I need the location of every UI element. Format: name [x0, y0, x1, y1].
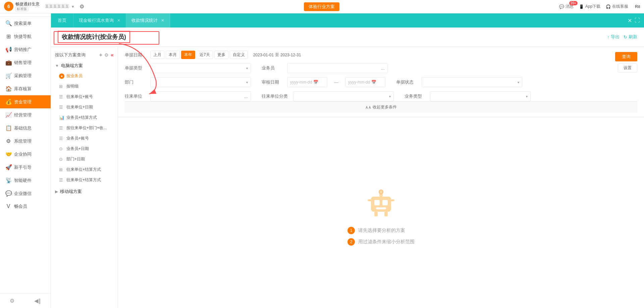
scheme-partner-dept-recv[interactable]: ☰ 按往来单位+部门+收... [51, 123, 118, 133]
salesperson-select[interactable]: ... [287, 63, 388, 73]
panel-collapse-icon[interactable]: « [111, 52, 114, 58]
svg-rect-8 [374, 212, 378, 216]
scheme-detail-label: 按明细 [66, 84, 78, 89]
date-btn-more[interactable]: 更多 [214, 51, 228, 59]
mobile-scheme-title[interactable]: ▶ 移动端方案 [51, 187, 118, 197]
date-btn-7days[interactable]: 近7天 [197, 51, 213, 59]
voucher-status-select[interactable]: ▾ [422, 77, 522, 87]
sidebar-item-enterprise[interactable]: 🤝 企业协同 [0, 148, 51, 161]
sidebar-item-base-info[interactable]: 📋 基础信息 [0, 121, 51, 135]
query-button[interactable]: 查询 [615, 52, 637, 61]
sidebar-sales-label: 销售管理 [14, 60, 32, 66]
scheme-partner-date-label: 往来单位+日期 [66, 104, 93, 110]
review-date-from-placeholder: yyyy-mm-dd [290, 80, 312, 85]
date-btn-custom[interactable]: 自定义 [230, 51, 248, 59]
scheme-partner-date[interactable]: ☰ 往来单位+日期 [51, 102, 118, 112]
app-download-area[interactable]: 📱 App下载 [579, 4, 600, 9]
tab-cashflow-label: 现金银行流水查询 [79, 17, 114, 23]
refresh-button[interactable]: ↻ 刷新 [624, 34, 637, 40]
scheme-salesperson-date[interactable]: ⊙ 业务员+日期 [51, 144, 118, 154]
sidebar-item-marketing[interactable]: 📢 营销推广 [0, 43, 51, 56]
partner-select[interactable]: ... [150, 91, 251, 101]
right-content: 单据日期 上月 本月 本年 近7天 更多 自定义 2023-01-01 [118, 47, 644, 308]
dept-arrow: ▾ [246, 81, 248, 84]
filter-area: 单据日期 上月 本月 本年 近7天 更多 自定义 2023-01-01 [118, 47, 644, 117]
sidebar-item-sales[interactable]: 💼 销售管理 [0, 56, 51, 69]
left-panel-icons: + ⚙ « [99, 52, 114, 58]
online-service-area[interactable]: 🎧 在线客服 [606, 4, 628, 9]
header-left: 6 畅捷通好生意 标准版 某某某某某某 ▾ ⚙ [4, 2, 84, 11]
message-area[interactable]: 💬 消息 99+ [559, 4, 574, 9]
sidebar-wechat-label: 企业微信 [14, 191, 32, 197]
tab-receipts[interactable]: 收款情况统计 ✕ [126, 13, 170, 28]
sidebar-business-label: 经营管理 [14, 112, 32, 118]
sidebar-item-quicknav[interactable]: ⊞ 快捷导航 [0, 30, 51, 43]
date-btn-last-month[interactable]: 上月 [150, 51, 164, 59]
logo-area: 6 畅捷通好生意 标准版 [4, 2, 40, 11]
scheme-partner-settle2[interactable]: ☰ 往来单位+结算方式 [51, 175, 118, 185]
collapse-bar[interactable]: ∧∧ 收起更多条件 [125, 101, 637, 113]
sidebar-item-member[interactable]: V 畅会员 [0, 200, 51, 213]
scheme-settings-icon[interactable]: ⚙ [104, 52, 109, 58]
scheme-salesperson-account[interactable]: ☰ 业务员+账号 [51, 133, 118, 144]
review-date-to[interactable]: yyyy-mm-dd 📅 [345, 77, 385, 87]
wechat-icon: 💬 [5, 190, 11, 197]
export-icon: ↑ [607, 35, 610, 40]
desktop-scheme-label: 电脑端方案 [61, 63, 83, 69]
step-1-number: 1 [347, 227, 355, 234]
date-btn-this-year[interactable]: 本年 [181, 51, 195, 59]
scheme-by-detail[interactable]: ⊞ 按明细 [51, 81, 118, 92]
enterprise-icon: 🤝 [5, 151, 11, 157]
partner-category-select[interactable]: ▾ [293, 91, 394, 101]
desktop-scheme-title[interactable]: ▼ 电脑端方案 [51, 61, 118, 71]
tab-receipts-close[interactable]: ✕ [161, 18, 164, 23]
add-scheme-icon[interactable]: + [99, 52, 102, 58]
scheme-dept-date[interactable]: ⊙ 部门+日期 [51, 154, 118, 164]
desktop-scheme-section: ▼ 电脑端方案 ● 按业务员 ⊞ 按明细 ☰ 往来单位+账号 ☰ 往来单位 [51, 61, 118, 185]
calendar-icon-from: 📅 [313, 80, 318, 85]
message-icon: 💬 [559, 4, 564, 9]
date-to: 2023-12-31 [280, 53, 301, 57]
tab-close-btn[interactable]: ✕ [628, 17, 632, 24]
date-btn-this-month[interactable]: 本月 [166, 51, 180, 59]
partner-category-label: 往来单位分类 [262, 93, 288, 99]
partner-more[interactable]: ... [244, 94, 248, 99]
sidebar-item-wechat[interactable]: 💬 企业微信 [0, 187, 51, 200]
review-date-label: 审核日期 [262, 79, 282, 85]
partner-date-icon: ☰ [59, 105, 64, 110]
review-date-from[interactable]: yyyy-mm-dd 📅 [287, 77, 327, 87]
tab-cashflow-close[interactable]: ✕ [117, 18, 120, 23]
sidebar-item-hardware[interactable]: 📡 智能硬件 [0, 174, 51, 187]
scheme-by-salesperson[interactable]: ● 按业务员 [51, 71, 118, 81]
app-download-label: App下载 [585, 4, 600, 9]
sidebar-item-inventory[interactable]: 🏠 库存核算 [0, 82, 51, 95]
dept-select[interactable]: ▾ [150, 77, 251, 87]
sidebar-item-purchase[interactable]: 🛒 采购管理 [0, 69, 51, 82]
scheme-partner-account[interactable]: ☰ 往来单位+账号 [51, 92, 118, 102]
date-from: 2023-01-01 [253, 53, 274, 57]
salesperson-label: 业务员 [262, 65, 282, 71]
date-picker-group: 上月 本月 本年 近7天 更多 自定义 [150, 51, 248, 59]
filter-settings-button[interactable]: 设置 [618, 63, 637, 72]
tab-home[interactable]: 首页 [51, 13, 73, 28]
header-settings-icon[interactable]: ⚙ [79, 3, 84, 10]
tab-expand-btn[interactable]: ⛶ [635, 17, 640, 23]
scheme-salesperson-payment[interactable]: 📊 业务员+结算方式 [51, 112, 118, 123]
business-icon: 📈 [5, 112, 11, 118]
trial-button[interactable]: 体验行业方案 [304, 2, 339, 11]
salesperson-more[interactable]: ... [381, 65, 385, 71]
tab-cashflow[interactable]: 现金银行流水查询 ✕ [73, 13, 126, 28]
voucher-type-select[interactable]: ▾ [150, 63, 251, 73]
export-button[interactable]: ↑ 导出 [607, 34, 620, 40]
biz-type-select[interactable]: ▾ [430, 91, 531, 101]
step-2-number: 2 [347, 238, 355, 246]
sidebar-collapse-icon[interactable]: ◀‖ [32, 296, 44, 305]
sidebar-item-finance[interactable]: 💰 资金管理 [0, 95, 51, 108]
scheme-partner-settle1[interactable]: ⊞ 往来单位+结算方式 [51, 164, 118, 175]
sidebar-item-business[interactable]: 📈 经营管理 [0, 108, 51, 121]
sidebar-item-guide[interactable]: 🚀 新手引导 [0, 161, 51, 174]
sidebar-item-search[interactable]: 🔍 搜索菜单 [0, 17, 51, 30]
sidebar-settings-icon[interactable]: ⚙ [7, 296, 17, 305]
sidebar-item-system[interactable]: ⚙ 系统管理 [0, 135, 51, 148]
header-dropdown-icon[interactable]: ▾ [72, 4, 74, 9]
